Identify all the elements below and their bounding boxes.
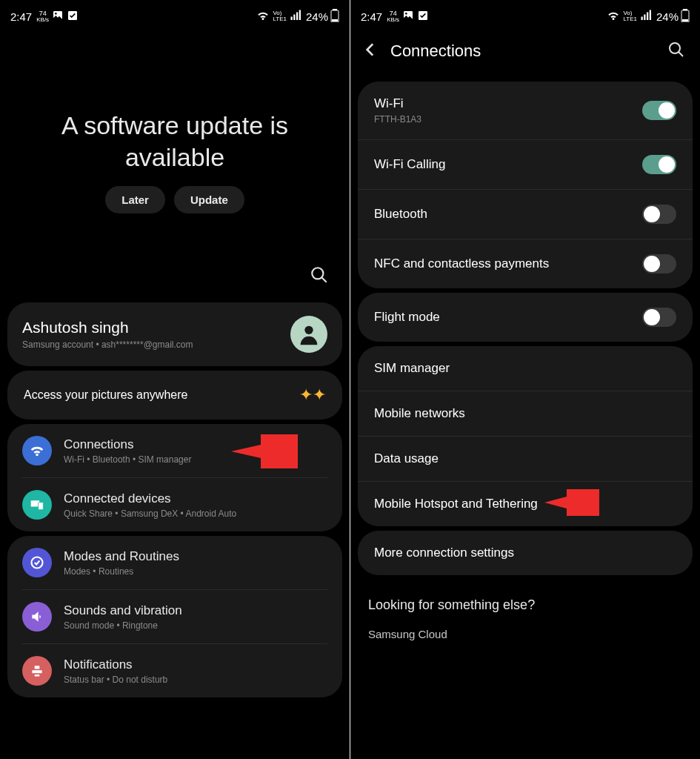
wifi-toggle[interactable]: [642, 101, 676, 120]
status-bar: 2:47 74 KB/s Vo)LTE1 24%: [350, 0, 700, 28]
notif-title: Notifications: [64, 657, 327, 672]
svg-point-29: [670, 43, 680, 53]
row-data-usage[interactable]: Data usage: [358, 436, 693, 481]
search-icon[interactable]: [310, 265, 329, 288]
wifi-calling-toggle[interactable]: [642, 155, 676, 174]
later-button[interactable]: Later: [105, 186, 165, 213]
svg-point-20: [405, 13, 407, 15]
search-icon[interactable]: [667, 41, 685, 62]
nfc-toggle[interactable]: [642, 254, 676, 274]
mobile-networks-label: Mobile networks: [374, 406, 465, 421]
image-icon: [52, 10, 64, 24]
bluetooth-label: Bluetooth: [374, 207, 427, 222]
svg-rect-9: [332, 19, 338, 21]
wifi-circle-icon: [22, 436, 52, 465]
row-flight-mode[interactable]: Flight mode: [358, 293, 693, 342]
notification-icon: [22, 656, 52, 686]
svg-rect-16: [35, 666, 40, 669]
svg-rect-23: [644, 14, 645, 20]
wifi-icon: [607, 9, 620, 24]
nfc-label: NFC and contactless payments: [374, 256, 549, 271]
battery-percent: 24%: [306, 10, 328, 23]
sim-label: SIM manager: [374, 361, 450, 376]
sparkle-icon: ✦✦: [299, 385, 326, 405]
svg-rect-6: [299, 10, 301, 20]
else-heading: Looking for something else?: [350, 580, 700, 620]
svg-rect-18: [35, 675, 40, 677]
row-wifi[interactable]: Wi-Fi FTTH-B1A3: [358, 82, 693, 139]
battery-percent: 24%: [656, 10, 679, 23]
wifi-calling-label: Wi-Fi Calling: [374, 157, 445, 172]
else-section: Looking for something else? Samsung Clou…: [350, 580, 700, 640]
page-title: Connections: [390, 42, 657, 61]
promo-card[interactable]: Access your pictures anywhere ✦✦: [7, 371, 342, 420]
row-wifi-calling[interactable]: Wi-Fi Calling: [358, 139, 693, 189]
signal-icon: [290, 9, 303, 24]
volte-icon: Vo)LTE1: [623, 10, 637, 22]
svg-rect-24: [647, 12, 648, 20]
settings-group-1: Connections Wi-Fi • Bluetooth • SIM mana…: [7, 424, 342, 531]
update-title-line2: available: [15, 142, 335, 173]
svg-rect-28: [682, 19, 688, 21]
volte-icon: Vo)LTE1: [273, 10, 287, 22]
connected-title: Connected devices: [64, 491, 327, 506]
row-sim-manager[interactable]: SIM manager: [358, 346, 693, 391]
svg-rect-14: [39, 503, 44, 510]
avatar[interactable]: [290, 316, 327, 353]
software-update-banner: A software update is available Later Upd…: [0, 28, 350, 228]
conn-group-flight: Flight mode: [358, 293, 693, 342]
battery-icon: [330, 9, 339, 24]
more-settings-label: More connection settings: [374, 546, 514, 560]
account-sub: Samsung account • ash********@gmail.com: [22, 339, 193, 350]
row-nfc[interactable]: NFC and contactless payments: [358, 239, 693, 288]
conn-group-3: SIM manager Mobile networks Data usage M…: [358, 346, 693, 526]
flight-label: Flight mode: [374, 310, 440, 325]
update-title-line1: A software update is: [15, 110, 335, 142]
svg-point-10: [312, 268, 323, 279]
connected-sub: Quick Share • Samsung DeX • Android Auto: [64, 508, 327, 519]
devices-icon: [22, 490, 52, 520]
row-more-settings[interactable]: More connection settings: [358, 531, 693, 575]
wifi-icon: [256, 9, 270, 24]
svg-point-12: [304, 326, 313, 334]
connections-sub: Wi-Fi • Bluetooth • SIM manager: [64, 454, 327, 465]
else-item-cloud[interactable]: Samsung Cloud: [350, 620, 700, 640]
svg-point-1: [55, 13, 57, 15]
svg-rect-25: [650, 10, 651, 20]
account-name: Ashutosh singh: [22, 319, 193, 337]
modes-sub: Modes • Routines: [64, 566, 327, 577]
svg-rect-3: [290, 16, 292, 20]
row-mobile-networks[interactable]: Mobile networks: [358, 391, 693, 436]
conn-group-1: Wi-Fi FTTH-B1A3 Wi-Fi Calling Bluetooth …: [358, 82, 693, 288]
row-notifications[interactable]: Notifications Status bar • Do not distur…: [22, 643, 327, 697]
row-connections[interactable]: Connections Wi-Fi • Bluetooth • SIM mana…: [7, 424, 342, 477]
header-bar: Connections: [350, 28, 700, 77]
sounds-sub: Sound mode • Ringtone: [64, 620, 327, 631]
back-icon[interactable]: [361, 40, 380, 62]
svg-rect-22: [641, 16, 642, 20]
network-speed: 74 KB/s: [36, 10, 49, 23]
flight-toggle[interactable]: [642, 308, 676, 327]
settings-main-screen: 2:47 74 KB/s Vo)LTE1 24%: [0, 0, 350, 759]
red-arrow-annotation: [544, 489, 599, 516]
status-bar: 2:47 74 KB/s Vo)LTE1 24%: [0, 0, 350, 28]
update-button[interactable]: Update: [174, 186, 244, 213]
wifi-label: Wi-Fi: [374, 96, 421, 111]
svg-line-30: [679, 52, 683, 56]
data-usage-label: Data usage: [374, 451, 439, 466]
clock: 2:47: [361, 10, 382, 23]
row-mobile-hotspot[interactable]: Mobile Hotspot and Tethering: [358, 481, 693, 526]
row-connected-devices[interactable]: Connected devices Quick Share • Samsung …: [22, 477, 327, 531]
promo-text: Access your pictures anywhere: [24, 388, 187, 402]
row-modes[interactable]: Modes and Routines Modes • Routines: [7, 536, 342, 589]
sounds-title: Sounds and vibration: [64, 603, 327, 618]
image-icon: [402, 10, 414, 24]
row-bluetooth[interactable]: Bluetooth: [358, 189, 693, 239]
checkbox-icon: [67, 10, 79, 24]
svg-rect-17: [32, 670, 41, 673]
account-card[interactable]: Ashutosh singh Samsung account • ash****…: [7, 302, 342, 366]
svg-rect-4: [293, 14, 295, 20]
row-sounds[interactable]: Sounds and vibration Sound mode • Ringto…: [22, 589, 327, 643]
battery-icon: [681, 9, 690, 24]
bluetooth-toggle[interactable]: [642, 205, 676, 224]
